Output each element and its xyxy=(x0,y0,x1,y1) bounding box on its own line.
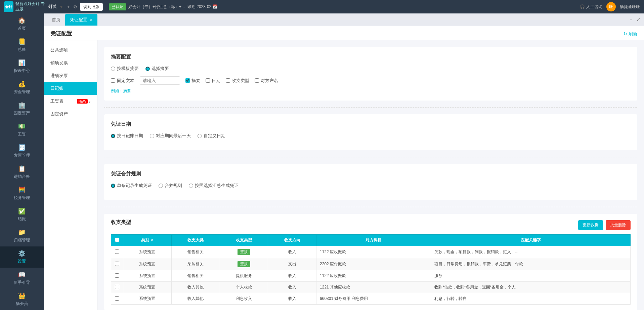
row-checkbox[interactable] xyxy=(115,273,119,278)
merge-radio-group: 单条记录生成凭证 合并规则 按照选择汇总生成凭证 xyxy=(111,183,631,189)
top-badges: 已认证 好会计（专）+好生意（标）+... xyxy=(109,3,185,10)
sidebar-item-fund[interactable]: 💰 资金管理 xyxy=(0,77,44,98)
th-major: 收支大类 xyxy=(171,235,220,246)
cell-category: 系统预置 xyxy=(123,293,172,305)
select-all-checkbox[interactable] xyxy=(115,238,119,242)
radio-custom-date[interactable]: 自定义日期 xyxy=(198,133,225,139)
sidebar-label-settings: 设置 xyxy=(18,259,26,264)
add-icon[interactable]: ＋ xyxy=(66,4,71,10)
refresh-btn[interactable]: ↻ 刷新 xyxy=(624,31,637,37)
sidebar-item-home[interactable]: 🏠 首页 xyxy=(0,13,44,35)
radio-period-last[interactable]: 对应期间最后一天 xyxy=(150,133,191,139)
th-direction: 收支方向 xyxy=(268,235,316,246)
top-nav: 测试 ▼ ＋ ⚙ 切到旧版 已认证 好会计（专）+好生意（标）+... 账期 2… xyxy=(48,3,580,11)
sidebar-item-tax[interactable]: 🧮 税务管理 xyxy=(0,183,44,204)
tab-close-btn[interactable]: ✕ xyxy=(89,17,93,22)
cell-type: 置顶 xyxy=(220,258,268,270)
table-row: 系统预置 销售相关 置顶 收入 1122 应收账款 欠款，现金，项目款，到款，报… xyxy=(111,246,631,258)
period-display[interactable]: 账期 2023-02 📅 xyxy=(187,4,218,10)
sidebar-item-salary[interactable]: 💵 工资 xyxy=(0,119,44,141)
cell-type: 置顶 xyxy=(220,246,268,258)
tab-voucher-config[interactable]: 凭证配置 ✕ xyxy=(65,14,97,26)
fixed-text-input[interactable] xyxy=(140,76,180,85)
radio-single-record[interactable]: 单条记录生成凭证 xyxy=(111,183,152,189)
sidebar-item-ledger[interactable]: 📒 总账 xyxy=(0,35,44,56)
table-header: 类别 ∨ 收支大类 收支类型 收支方向 对方科目 匹配关键字 xyxy=(111,235,631,246)
sidebar-item-asset[interactable]: 🏢 固定资产 xyxy=(0,98,44,119)
menu-sales-invoice[interactable]: 销项发票 xyxy=(44,56,97,69)
row-checkbox[interactable] xyxy=(115,296,119,301)
cell-keywords: 服务 xyxy=(431,270,631,282)
table-actions: 更新数据 批量删除 xyxy=(578,220,631,230)
top-right: 🎧 人工咨询 旺 畅捷通旺旺 xyxy=(580,2,640,11)
tab-home[interactable]: 首页 xyxy=(47,14,65,26)
row-checkbox[interactable] xyxy=(115,262,119,266)
consult-btn[interactable]: 🎧 人工咨询 xyxy=(580,4,602,10)
radio-select[interactable]: 选择摘要 xyxy=(145,66,169,72)
top-tag-btn[interactable]: 置顶 xyxy=(238,261,250,267)
checkbox-fixed-text[interactable]: 固定文本 xyxy=(111,78,134,84)
maximize-btn[interactable]: ⤢ xyxy=(637,17,641,23)
tab-bar: 首页 凭证配置 ✕ － ⤢ xyxy=(44,13,644,26)
sidebar-item-report[interactable]: 📊 报表中心 xyxy=(0,56,44,77)
asset-icon: 🏢 xyxy=(18,102,26,109)
menu-journal[interactable]: 日记账 xyxy=(44,82,97,95)
row-checkbox[interactable] xyxy=(115,249,119,254)
checkbox-summary[interactable]: 摘要 xyxy=(185,78,200,84)
sidebar-item-archive[interactable]: 📁 归档管理 xyxy=(0,225,44,246)
summary-checkbox-row: 固定文本 摘要 日期 收支类型 xyxy=(111,76,631,85)
radio-journal-date[interactable]: 按日记账日期 xyxy=(111,133,143,139)
radio-aggregate[interactable]: 按照选择汇总生成凭证 xyxy=(189,183,239,189)
minimize-btn[interactable]: － xyxy=(629,17,633,23)
summary-section: 摘要配置 按模板摘要 选择摘要 固定文本 xyxy=(104,47,637,101)
sidebar-item-invoice[interactable]: 🧾 发票管理 xyxy=(0,141,44,162)
divider-1 xyxy=(104,107,637,108)
page-content: 凭证配置 ↻ 刷新 公共选项 销项发票 进项发票 日记账 工资表 xyxy=(44,26,644,310)
cell-category: 系统预置 xyxy=(123,270,172,282)
cell-direction: 收入 xyxy=(268,293,316,305)
top-tag-btn[interactable]: 置顶 xyxy=(238,249,250,255)
sidebar-label-archive: 归档管理 xyxy=(14,237,30,243)
avatar[interactable]: 旺 xyxy=(606,2,616,11)
radio-merge-rule[interactable]: 合并规则 xyxy=(159,183,182,189)
headset-icon: 🎧 xyxy=(580,4,585,9)
batch-delete-btn[interactable]: 批量删除 xyxy=(606,220,631,230)
window-controls: － ⤢ xyxy=(629,17,641,23)
sidebar-item-guide[interactable]: 📖 新手引导 xyxy=(0,268,44,289)
date-section: 凭证日期 按日记账日期 对应期间最后一天 自定义日期 xyxy=(104,114,637,150)
date-radio-group: 按日记账日期 对应期间最后一天 自定义日期 xyxy=(111,133,631,139)
menu-purchase-invoice[interactable]: 进项发票 xyxy=(44,69,97,82)
cell-major: 销售相关 xyxy=(171,246,220,258)
switch-version-btn[interactable]: 切到旧版 xyxy=(80,3,103,11)
cell-keywords: 利息，行转，转自 xyxy=(431,293,631,305)
settings-icon[interactable]: ⚙ xyxy=(73,4,77,9)
checkbox-date[interactable]: 日期 xyxy=(206,78,220,84)
sales-icon: 📋 xyxy=(18,165,26,172)
sidebar-item-sales[interactable]: 📋 进销台账 xyxy=(0,162,44,183)
cell-account: 660301 财务费用 利息费用 xyxy=(316,293,431,305)
sidebar-item-settings[interactable]: ⚙️ 设置 xyxy=(0,246,44,268)
table-row: 系统预置 采购相关 置顶 支出 2202 应付账款 项目，日常费用，报销款，车费… xyxy=(111,258,631,270)
sidebar-item-close[interactable]: ✅ 结账 xyxy=(0,204,44,225)
certified-badge: 已认证 xyxy=(109,3,126,10)
row-checkbox[interactable] xyxy=(115,285,119,289)
left-menu: 公共选项 销项发票 进项发票 日记账 工资表 NEW › 固定资产 xyxy=(44,40,97,310)
update-data-btn[interactable]: 更新数据 xyxy=(578,220,603,230)
logo-icon: 会计 xyxy=(4,1,13,12)
checkbox-income-type[interactable]: 收支类型 xyxy=(226,78,249,84)
radio-template[interactable]: 按模板摘要 xyxy=(111,66,139,72)
menu-public[interactable]: 公共选项 xyxy=(44,44,97,56)
archive-icon: 📁 xyxy=(18,229,26,236)
table-row: 系统预置 收入其他 个人收款 收入 1221 其他应收款 收到*借款，收到*备用… xyxy=(111,282,631,293)
checkbox-counterpart[interactable]: 对方户名 xyxy=(255,78,278,84)
current-book[interactable]: 测试 xyxy=(48,4,56,10)
menu-fixed-asset[interactable]: 固定资产 xyxy=(44,108,97,120)
menu-payroll[interactable]: 工资表 NEW › xyxy=(44,95,97,108)
summary-radio-group: 按模板摘要 选择摘要 xyxy=(111,66,631,72)
cell-account: 2202 应付账款 xyxy=(316,258,431,270)
th-type: 收支类型 xyxy=(220,235,268,246)
refresh-icon: ↻ xyxy=(624,31,627,36)
income-type-title: 收支类型 xyxy=(111,219,131,226)
fund-icon: 💰 xyxy=(18,80,26,88)
sidebar-item-member[interactable]: 👑 畅会员 xyxy=(0,289,44,310)
